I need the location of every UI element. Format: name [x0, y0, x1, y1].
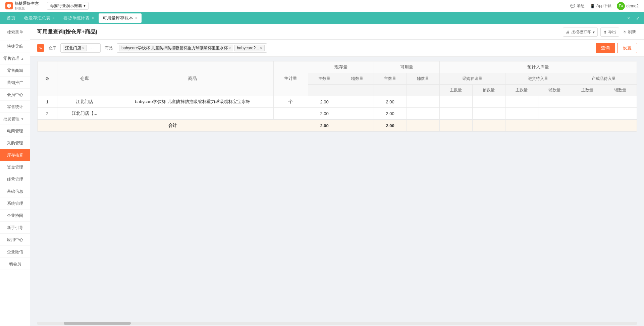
sidebar-item-retail-stats[interactable]: 零售统计 — [0, 101, 30, 113]
export-btn[interactable]: ⬆ 导出 — [600, 28, 619, 37]
sidebar-item-enterprise-collab[interactable]: 企业协同 — [0, 209, 30, 222]
tab-available-inventory[interactable]: 可用量库存账本 × — [99, 13, 142, 23]
row2-warehouse: 江北门店【... — [57, 108, 112, 120]
query-btn[interactable]: 查询 — [596, 43, 615, 53]
col-inb-main: 主数量 — [505, 85, 538, 96]
col-avail-sub-qty: 辅数量 — [407, 73, 439, 85]
sidebar-item-enterprise-wechat[interactable]: 企业微信 — [0, 246, 30, 258]
sidebar-search-area: 搜索菜单 — [0, 24, 30, 41]
footer-pur-main — [439, 120, 472, 132]
remove-warehouse-tag[interactable]: × — [82, 46, 84, 50]
row1-pur-main — [439, 96, 472, 108]
col-avail-main-qty: 主数量 — [374, 73, 407, 85]
row1-index: 1 — [38, 96, 57, 108]
row2-stock-main: 2.00 — [308, 108, 341, 120]
close-window-btn[interactable]: × — [625, 15, 632, 21]
col-header-main-unit: 主计量 — [273, 61, 308, 96]
footer-prod-sub — [604, 120, 637, 132]
template-print-btn[interactable]: 🖨 按模板打印 ▾ — [563, 28, 598, 37]
col-avail-sub-qty2 — [407, 85, 439, 96]
sidebar-item-wholesale-mgmt[interactable]: 批发管理 ▼ — [0, 113, 30, 125]
col-stock-sub-qty2 — [341, 85, 374, 96]
row2-index: 2 — [38, 108, 57, 120]
col-header-current-stock: 现存量 — [308, 61, 374, 73]
chevron-icon: ▼ — [21, 117, 24, 121]
col-inbound-pending: 进货待入量 — [505, 73, 571, 85]
warehouse-label: 仓库 — [48, 45, 56, 51]
tab-order-stats[interactable]: 要货单统计表 × — [59, 13, 98, 23]
filter-area: » 仓库 江北门店 × ··· 商品 babycare学饮杯 儿童防摔防撞吸管杯… — [30, 40, 644, 57]
sidebar-item-finance-mgmt[interactable]: 资金管理 — [0, 161, 30, 173]
footer-pur-sub — [472, 120, 505, 132]
filter-more-dots[interactable]: ··· — [88, 45, 95, 51]
sidebar: 搜索菜单 快捷导航 零售管理 ▲ 零售商城 营销推广 会员中心 零售统计 批发管… — [0, 24, 30, 326]
sidebar-item-ecom-mgmt[interactable]: 电商管理 — [0, 125, 30, 137]
sidebar-item-ops-mgmt[interactable]: 经营管理 — [0, 173, 30, 185]
product-tag-2: babycare?... × — [234, 45, 264, 51]
footer-stock-main: 2.00 — [308, 120, 341, 132]
sidebar-item-app-center[interactable]: 应用中心 — [0, 234, 30, 246]
close-tab-1[interactable]: × — [52, 16, 55, 20]
remove-product-tag-1[interactable]: × — [229, 46, 231, 50]
message-action[interactable]: 💬 消息 — [570, 3, 585, 9]
sidebar-item-retail-mgmt[interactable]: 零售管理 ▲ — [0, 52, 30, 64]
page-header: 可用量查询(按仓库+商品) 🖨 按模板打印 ▾ ⬆ 导出 ↻ 刷新 — [30, 24, 644, 40]
row2-avail-main: 2.00 — [374, 108, 407, 120]
window-controls: × ⤢ — [625, 15, 641, 21]
scrollbar-track[interactable] — [37, 322, 637, 325]
col-pur-main: 主数量 — [439, 85, 472, 96]
sidebar-item-new-guide[interactable]: 新手引导 — [0, 222, 30, 234]
row1-product: babycare学饮杯 儿童防摔防撞吸管杯重力球吸嘴杯宝宝水杯 — [112, 96, 273, 108]
tab-home[interactable]: 首页 — [3, 13, 19, 23]
table-row: 2 江北门店【... 2.00 2.00 — [38, 108, 637, 120]
sidebar-item-vip-member[interactable]: 畅会员 — [0, 258, 30, 270]
maximize-window-btn[interactable]: ⤢ — [635, 15, 641, 21]
sidebar-item-marketing[interactable]: 营销推广 — [0, 77, 30, 89]
chevron-down-icon: ▾ — [84, 3, 86, 8]
sidebar-item-basic-info[interactable]: 基础信息 — [0, 185, 30, 197]
industry-selector[interactable]: 母婴行业演示账套 ▾ — [47, 2, 89, 10]
footer-avail-sub — [407, 120, 439, 132]
settings-btn[interactable]: 设置 — [617, 43, 637, 53]
scrollbar-thumb[interactable] — [64, 322, 131, 325]
app-download-action[interactable]: 📱 App下载 — [590, 3, 611, 9]
col-pur-sub: 辅数量 — [472, 85, 505, 96]
col-header-product: 商品 — [112, 61, 273, 96]
close-tab-2[interactable]: × — [92, 16, 94, 20]
col-stock-sub-qty: 辅数量 — [341, 73, 374, 85]
table-settings-icon[interactable]: ⚙ — [38, 61, 57, 96]
sidebar-item-purchase-mgmt[interactable]: 采购管理 — [0, 137, 30, 149]
sidebar-item-inventory-check[interactable]: 库存核算 — [0, 149, 30, 161]
row1-inb-main — [505, 96, 538, 108]
product-filter-tags[interactable]: babycare学饮杯 儿童防摔防撞吸管杯重力球吸嘴杯宝宝水杯 × babyca… — [117, 43, 267, 53]
user-profile[interactable]: Ea demo2 — [617, 2, 639, 10]
filter-actions: 查询 设置 — [596, 43, 637, 53]
row2-stock-sub — [341, 108, 374, 120]
refresh-icon: ↻ — [623, 30, 627, 35]
sidebar-item-quick-nav[interactable]: 快捷导航 — [0, 41, 30, 52]
download-icon: 📱 — [590, 4, 595, 8]
content-area: 可用量查询(按仓库+商品) 🖨 按模板打印 ▾ ⬆ 导出 ↻ 刷新 » — [30, 24, 644, 326]
close-tab-3[interactable]: × — [135, 16, 138, 20]
tab-receive-summary[interactable]: 收发存汇总表 × — [20, 13, 59, 23]
row2-pur-sub — [472, 108, 505, 120]
export-icon: ⬆ — [603, 30, 607, 35]
message-icon: 💬 — [570, 4, 575, 8]
remove-product-tag-2[interactable]: × — [260, 46, 262, 50]
warehouse-filter-tags[interactable]: 江北门店 × ··· — [60, 43, 101, 53]
col-prod-sub: 辅数量 — [604, 85, 637, 96]
table-footer-row: 合计 2.00 2.00 — [38, 120, 637, 132]
sidebar-item-retail-mall[interactable]: 零售商城 — [0, 64, 30, 77]
top-bar: 畅捷通好生意 标准版 母婴行业演示账套 ▾ 💬 消息 📱 App下载 Ea de… — [0, 0, 644, 12]
brand-logo: 畅捷通好生意 标准版 — [5, 1, 39, 10]
refresh-btn[interactable]: ↻ 刷新 — [622, 28, 637, 36]
search-menu-btn[interactable]: 搜索菜单 — [3, 28, 27, 37]
row2-avail-sub — [407, 108, 439, 120]
sidebar-item-member[interactable]: 会员中心 — [0, 89, 30, 101]
main-layout: 搜索菜单 快捷导航 零售管理 ▲ 零售商城 营销推广 会员中心 零售统计 批发管… — [0, 24, 644, 326]
top-bar-left: 畅捷通好生意 标准版 母婴行业演示账套 ▾ — [5, 1, 89, 10]
sidebar-label: 零售管理 — [3, 56, 19, 61]
col-stock-main-qty2 — [308, 85, 341, 96]
filter-expand-btn[interactable]: » — [37, 44, 44, 52]
sidebar-item-sys-mgmt[interactable]: 系统管理 — [0, 197, 30, 209]
